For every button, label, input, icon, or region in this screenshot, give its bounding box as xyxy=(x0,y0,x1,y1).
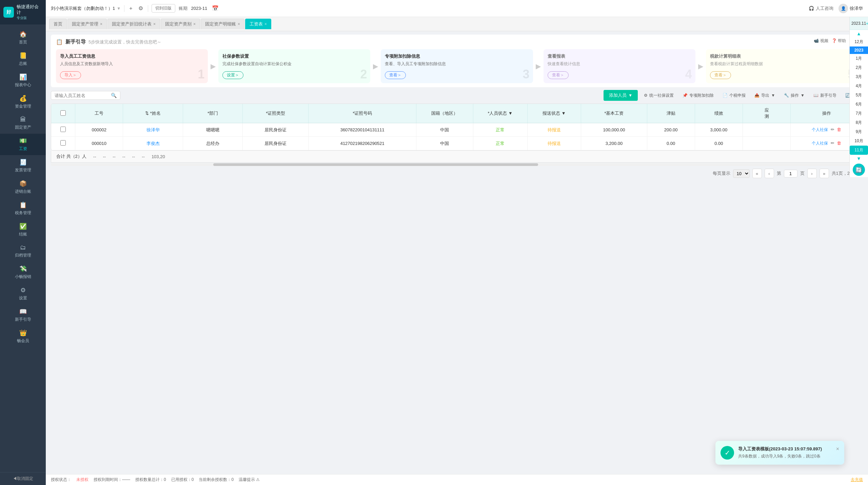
app-logo: 好 畅捷通好会计 专业版 xyxy=(0,0,46,24)
sidebar-item-archive[interactable]: 🗂 归档管理 xyxy=(0,241,46,262)
next-page-btn[interactable]: › xyxy=(807,169,817,178)
prev-page-btn[interactable]: ‹ xyxy=(765,169,774,178)
sidebar-item-reports[interactable]: 📊 报表中心 xyxy=(0,70,46,91)
social-label: 统一社保设置 xyxy=(649,93,674,98)
sidebar-item-ledger[interactable]: 📒 总账 xyxy=(0,49,46,70)
employee-name-link-2[interactable]: 李俊杰 xyxy=(146,141,160,146)
col-check-header xyxy=(51,104,75,123)
month-7[interactable]: 7月 xyxy=(850,109,868,118)
sidebar-item-label: 工资 xyxy=(19,146,27,152)
month-1[interactable]: 1月 xyxy=(850,54,868,63)
status-filter-icon[interactable]: ▼ xyxy=(508,111,513,116)
recharge-link[interactable]: 去充值 xyxy=(851,477,863,483)
settings-btn[interactable]: ⚙ xyxy=(137,4,144,13)
first-page-btn[interactable]: « xyxy=(752,169,762,178)
sync-icon-btn[interactable]: 🔄 xyxy=(853,164,865,176)
social-insurance-btn[interactable]: ⚙ 统一社保设置 xyxy=(641,91,676,100)
month-12[interactable]: 12月 xyxy=(850,37,868,46)
sidebar-item-closing[interactable]: ✅ 结账 xyxy=(0,219,46,241)
step-2-btn[interactable]: 设置＞ xyxy=(222,71,243,79)
sidebar-item-fixed-assets[interactable]: 🏛 固定资产 xyxy=(0,113,46,134)
sidebar-item-guide[interactable]: 📖 新手引导 xyxy=(0,304,46,326)
user-info[interactable]: 👤 徐泽华 xyxy=(839,4,863,13)
tab-fixed-assets-depreciation[interactable]: 固定资产折旧统计表 × xyxy=(107,19,160,29)
delete-btn-1[interactable]: 🗑 xyxy=(837,127,841,132)
month-10[interactable]: 10月 xyxy=(850,136,868,146)
guide-step-4: 查看报表 快速查看统计信息 查看＞ 4 xyxy=(544,49,695,83)
sidebar-item-home[interactable]: 🏠 首页 xyxy=(0,27,46,49)
row-check-2 xyxy=(51,137,75,150)
export-btn[interactable]: 📤 导出 ▼ xyxy=(752,91,778,100)
tax-declare-btn[interactable]: 📄 个税申报 xyxy=(720,91,748,100)
tab-close-icon[interactable]: × xyxy=(238,22,240,26)
sidebar-item-settings[interactable]: ⚙ 设置 xyxy=(0,283,46,304)
onboarding-btn[interactable]: 📖 新手引导 xyxy=(811,91,839,100)
page-size-select[interactable]: 10 20 50 xyxy=(733,169,750,178)
switch-version-btn[interactable]: 切到旧版 xyxy=(152,4,175,13)
sidebar-item-payroll[interactable]: 💵 工资 xyxy=(0,134,46,155)
row-checkbox-1[interactable] xyxy=(60,127,66,132)
add-account-btn[interactable]: + xyxy=(128,4,134,13)
nav-down-btn[interactable]: ▼ xyxy=(850,155,868,162)
sidebar-item-tax[interactable]: 📋 税务管理 xyxy=(0,198,46,219)
last-page-btn[interactable]: » xyxy=(820,169,829,178)
step-4-btn[interactable]: 查看＞ xyxy=(548,71,569,79)
step-5-btn[interactable]: 查看＞ xyxy=(710,71,731,79)
sidebar-item-expense[interactable]: 💸 小畅报销 xyxy=(0,262,46,283)
select-all-checkbox[interactable] xyxy=(60,110,66,116)
account-selector[interactable]: 刘小艳演示账套（勿删勿动！）1 ▼ xyxy=(51,5,121,12)
sidebar-item-member[interactable]: 👑 畅会员 xyxy=(0,326,46,347)
month-5[interactable]: 5月 xyxy=(850,91,868,100)
page-input[interactable] xyxy=(784,170,797,178)
notif-close-btn[interactable]: × xyxy=(836,446,839,452)
month-3[interactable]: 3月 xyxy=(850,72,868,81)
tab-close-icon[interactable]: × xyxy=(264,22,267,26)
tab-fixed-assets[interactable]: 固定资产管理 × xyxy=(67,19,107,29)
cancel-fixed-btn[interactable]: ◀取消固定 xyxy=(3,476,42,482)
send-filter-icon[interactable]: ▼ xyxy=(561,111,566,116)
tab-close-icon[interactable]: × xyxy=(153,22,156,26)
row-checkbox-2[interactable] xyxy=(60,140,66,146)
tax-label: 个税申报 xyxy=(729,93,746,98)
month-2[interactable]: 2月 xyxy=(850,63,868,72)
tab-close-icon[interactable]: × xyxy=(193,22,196,26)
service-btn[interactable]: 🎧 人工咨询 xyxy=(809,5,833,12)
additional-deduction-btn[interactable]: 📌 专项附加扣除 xyxy=(680,91,716,100)
sort-icon[interactable]: ⇅ xyxy=(145,111,149,116)
employee-name-link-1[interactable]: 徐泽华 xyxy=(146,127,160,132)
sidebar-item-invoicing[interactable]: 🧾 发票管理 xyxy=(0,155,46,176)
month-9[interactable]: 9月 xyxy=(850,127,868,136)
nav-up-btn[interactable]: ▲ xyxy=(850,30,868,37)
edit-btn-2[interactable]: ✏ xyxy=(831,141,834,146)
personal-insurance-btn-1[interactable]: 个人社保 xyxy=(812,127,828,132)
tab-fixed-assets-category[interactable]: 固定资产类别 × xyxy=(161,19,200,29)
month-11[interactable]: 11月 xyxy=(850,146,868,155)
month-8[interactable]: 8月 xyxy=(850,118,868,127)
sidebar-item-label: 发票管理 xyxy=(15,167,31,173)
sidebar-item-label: 小畅报销 xyxy=(15,274,31,280)
horizontal-scrollbar[interactable] xyxy=(51,163,863,166)
year-2023[interactable]: 2023 xyxy=(850,46,868,54)
month-6[interactable]: 6月 xyxy=(850,100,868,109)
operations-btn[interactable]: 🔧 操作 ▼ xyxy=(781,91,807,100)
tab-home[interactable]: 首页 xyxy=(49,19,67,29)
notif-check-icon: ✓ xyxy=(721,446,734,460)
tab-fixed-assets-detail[interactable]: 固定资产明细账 × xyxy=(201,19,244,29)
sidebar-item-inventory[interactable]: 📦 进销台账 xyxy=(0,176,46,198)
step-1-btn[interactable]: 导入＞ xyxy=(60,71,81,79)
help-link[interactable]: ❓ 帮助 xyxy=(832,38,846,44)
sidebar-item-label: 畅会员 xyxy=(17,338,29,344)
tab-close-icon[interactable]: × xyxy=(100,22,102,26)
tab-payroll[interactable]: 工资表 × xyxy=(245,19,271,29)
step-3-btn[interactable]: 查看＞ xyxy=(385,71,406,79)
add-employee-btn[interactable]: 添加人员 ▼ xyxy=(604,90,638,101)
sidebar-item-funds[interactable]: 💰 资金管理 xyxy=(0,91,46,113)
video-link[interactable]: 📹 视频 xyxy=(814,38,828,44)
search-input[interactable] xyxy=(55,93,109,98)
delete-btn-2[interactable]: 🗑 xyxy=(837,141,841,146)
personal-insurance-btn-2[interactable]: 个人社保 xyxy=(812,141,828,146)
search-icon[interactable]: 🔍 xyxy=(111,93,117,98)
month-4[interactable]: 4月 xyxy=(850,81,868,91)
collapse-icon[interactable]: « xyxy=(866,21,868,26)
edit-btn-1[interactable]: ✏ xyxy=(831,127,834,132)
